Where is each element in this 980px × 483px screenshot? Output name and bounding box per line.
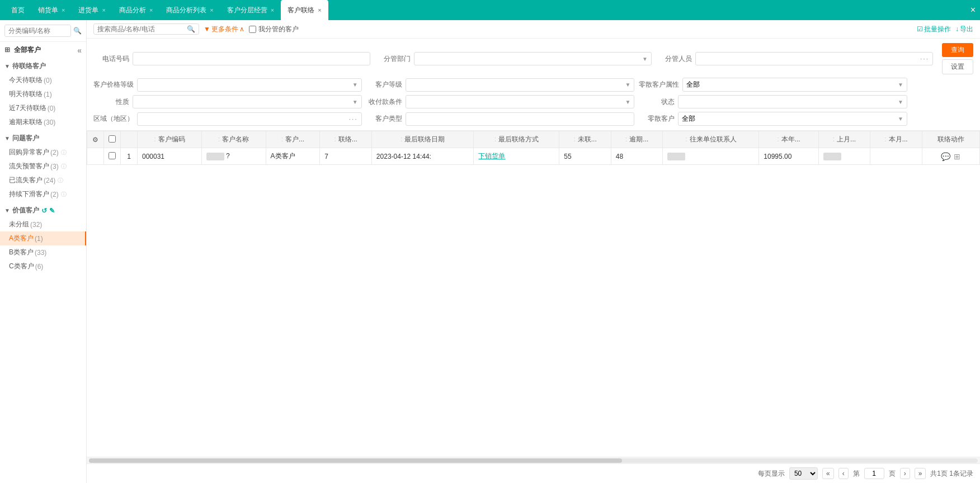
status-select[interactable]: ▼ xyxy=(678,95,907,108)
td-seq: 1 xyxy=(121,148,138,165)
sidebar-item-churned[interactable]: 已流失客户 (24) ⓘ xyxy=(0,173,86,187)
tab-sales[interactable]: 销货单 × xyxy=(31,0,72,20)
region-input[interactable]: ··· xyxy=(137,112,362,126)
sidebar-search-icon[interactable]: 🔍 xyxy=(73,27,82,35)
filter-manager: 分管人员 ··· xyxy=(656,52,933,65)
sidebar-collapse-button[interactable]: « xyxy=(77,46,82,55)
phone-field[interactable] xyxy=(136,55,366,63)
customer-type-input[interactable] xyxy=(406,112,635,126)
filter-search-input[interactable] xyxy=(97,25,187,33)
sidebar-item-overdue[interactable]: 逾期未联络 (30) xyxy=(0,115,86,129)
horizontal-scrollbar[interactable] xyxy=(87,457,980,463)
manager-input[interactable]: ··· xyxy=(695,52,933,65)
sidebar-item-b-class[interactable]: B类客户 (33) xyxy=(0,245,86,259)
tab-home[interactable]: 首页 xyxy=(4,0,31,20)
td-check[interactable] xyxy=(104,148,121,165)
per-page-select[interactable]: 50 20 100 xyxy=(789,467,818,480)
my-customers-check[interactable] xyxy=(249,26,256,33)
th-no-contact[interactable]: :未联... xyxy=(559,131,611,148)
filter-row-4: 区域（地区） ··· 客户类型 零散客户 xyxy=(93,112,973,126)
export-button[interactable]: ↓ 导出 xyxy=(955,25,973,34)
th-unit-contact[interactable]: :往来单位联系人 xyxy=(663,131,759,148)
scroll-thumb[interactable] xyxy=(89,458,622,463)
prev-page-button[interactable]: ‹ xyxy=(838,468,849,479)
th-overdue[interactable]: :逾期... xyxy=(611,131,663,148)
my-customers-checkbox[interactable]: 我分管的客户 xyxy=(249,25,299,34)
th-type[interactable]: :客户... xyxy=(266,131,320,148)
th-last-method[interactable]: :最后联络方式 xyxy=(474,131,559,148)
phone-input[interactable] xyxy=(133,52,370,65)
filter-search-icon[interactable]: 🔍 xyxy=(187,25,195,33)
td-last-method[interactable]: 下销货单 xyxy=(474,148,559,165)
close-segment-tab[interactable]: × xyxy=(271,7,274,13)
th-last-month[interactable]: :上月... xyxy=(818,131,870,148)
scatter-attr-select[interactable]: 全部 ▼ xyxy=(682,78,907,92)
dept-select[interactable]: ▼ xyxy=(414,52,652,65)
th-this-year[interactable]: :本年... xyxy=(759,131,818,148)
td-last-month xyxy=(818,148,870,165)
last-method-link[interactable]: 下销货单 xyxy=(478,152,505,160)
payment-arrow-icon: ▼ xyxy=(625,99,630,105)
select-all-checkbox[interactable] xyxy=(109,135,116,143)
th-contact[interactable]: :联络... xyxy=(320,131,372,148)
sidebar-search-input[interactable] xyxy=(4,25,71,37)
sidebar-item-today[interactable]: 今天待联络 (0) xyxy=(0,73,86,87)
batch-op-button[interactable]: ☑ 批量操作 xyxy=(917,25,951,34)
first-page-button[interactable]: « xyxy=(822,468,834,479)
filter-row-1: 电话号码 分管部门 ▼ 分管人员 xyxy=(93,43,973,74)
chat-icon[interactable]: 💬 xyxy=(941,152,950,161)
customer-type-field[interactable] xyxy=(409,115,631,123)
tab-purchase[interactable]: 进货单 × xyxy=(72,0,112,20)
th-seq xyxy=(121,131,138,148)
window-close-button[interactable]: × xyxy=(970,5,976,15)
page-number-input[interactable] xyxy=(864,468,884,479)
value-refresh-icon[interactable]: ↺ xyxy=(41,207,47,215)
sidebar-item-7days[interactable]: 近7天待联络 (0) xyxy=(0,101,86,115)
filter-more-button[interactable]: ▼ 更多条件 ∧ xyxy=(204,25,244,34)
sidebar-item-unclassified[interactable]: 未分组 (32) xyxy=(0,217,86,231)
close-contact-tab[interactable]: × xyxy=(318,7,321,13)
filter-payment: 收付款条件 ▼ xyxy=(366,95,635,108)
tab-customer-contact[interactable]: 客户联络 × xyxy=(281,0,328,20)
qr-icon[interactable]: ⊞ xyxy=(954,152,960,161)
close-analysis-list-tab[interactable]: × xyxy=(210,7,213,13)
sidebar-item-a-class[interactable]: A类客户 (1) xyxy=(0,231,86,245)
close-sales-tab[interactable]: × xyxy=(62,7,65,13)
dept-label: 分管部门 xyxy=(375,54,414,64)
pending-group-title[interactable]: ▼ 待联络客户 xyxy=(0,59,86,73)
all-customers-header[interactable]: ⊞ 全部客户 « xyxy=(0,42,86,58)
close-purchase-tab[interactable]: × xyxy=(102,7,105,13)
last-page-button[interactable]: » xyxy=(915,468,926,479)
setting-button[interactable]: 设置 xyxy=(942,59,973,74)
sidebar-item-churn-warning[interactable]: 流失预警客户 (3) ⓘ xyxy=(0,159,86,173)
tab-analysis-list[interactable]: 商品分析列表 × xyxy=(159,0,220,20)
th-action: 联络动作 xyxy=(922,131,979,148)
th-name[interactable]: :客户名称 xyxy=(201,131,266,148)
th-this-month[interactable]: :本月... xyxy=(870,131,922,148)
sidebar-item-declining[interactable]: 持续下滑客户 (2) ⓘ xyxy=(0,187,86,201)
customer-level-select[interactable]: ▼ xyxy=(406,78,635,92)
row-checkbox[interactable] xyxy=(109,152,116,159)
th-code[interactable]: :客户编码 xyxy=(138,131,202,148)
sidebar: 🔍 ⊞ 全部客户 « ▼ 待联络客户 今天待联络 (0) xyxy=(0,20,87,483)
query-button[interactable]: 查询 xyxy=(942,43,973,57)
problem-group-title[interactable]: ▼ 问题客户 xyxy=(0,131,86,145)
th-check[interactable] xyxy=(104,131,121,148)
sidebar-item-tomorrow[interactable]: 明天待联络 (1) xyxy=(0,87,86,101)
value-edit-icon[interactable]: ✎ xyxy=(49,207,55,215)
th-gear[interactable]: ⚙ xyxy=(87,131,104,148)
sidebar-item-repurchase-anomaly[interactable]: 回购异常客户 (2) ⓘ xyxy=(0,145,86,159)
tab-customer-segment[interactable]: 客户分层经营 × xyxy=(220,0,281,20)
sidebar-item-c-class[interactable]: C类客户 (6) xyxy=(0,259,86,273)
payment-select[interactable]: ▼ xyxy=(406,95,635,108)
price-level-select[interactable]: ▼ xyxy=(137,78,362,92)
customer-type-label: 客户类型 xyxy=(366,114,406,124)
td-name: ? xyxy=(201,148,266,165)
value-group-title[interactable]: ▼ 价值客户 ↺ ✎ xyxy=(0,203,86,217)
close-analysis-tab[interactable]: × xyxy=(149,7,153,13)
tab-analysis[interactable]: 商品分析 × xyxy=(112,0,159,20)
nature-select[interactable]: ▼ xyxy=(133,95,362,108)
scatter-select[interactable]: 全部 ▼ xyxy=(678,112,907,126)
next-page-button[interactable]: › xyxy=(900,468,910,479)
th-last-date[interactable]: :最后联络日期 xyxy=(371,131,474,148)
